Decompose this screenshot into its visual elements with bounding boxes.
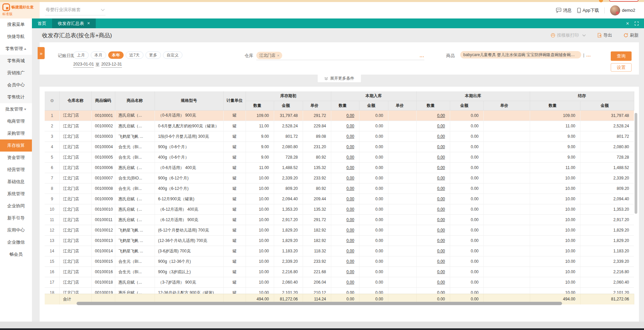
tab-首页[interactable]: 首页 — [32, 18, 52, 28]
table-row[interactable]: 12江北门店00100012飞鹤星飞帆 ...(6-12个月婴幼儿适用) 700… — [45, 225, 634, 236]
table-row[interactable]: 15江北门店00100015合生元（BI...900g（12-36个月)罐10.… — [45, 256, 634, 267]
sidebar-item-零售管理[interactable]: 零售管理▲ — [0, 43, 32, 55]
sidebar-item-会员中心[interactable]: 会员中心 — [0, 79, 32, 91]
query-button[interactable]: 查询 — [611, 51, 632, 61]
sidebar-item-企业协同[interactable]: 企业协同 — [0, 200, 32, 212]
quantity-drill-link[interactable]: 0.00 — [437, 186, 445, 191]
cell-o_qty[interactable]: 0.00 — [416, 288, 450, 294]
print-by-template-button[interactable]: 按模板打印 — [551, 32, 579, 38]
fullscreen-icon[interactable] — [635, 22, 639, 26]
table-row[interactable]: 6江北门店00100006惠氏启赋（...（0-6月适用） 400克罐11.00… — [45, 163, 634, 173]
gear-icon[interactable]: ⚙ — [50, 98, 54, 103]
cell-i_qty[interactable]: 0.00 — [331, 121, 359, 131]
quantity-drill-link[interactable]: 0.00 — [346, 155, 354, 160]
cell-o_qty[interactable]: 0.00 — [416, 121, 450, 131]
quantity-drill-link[interactable]: 0.00 — [437, 270, 445, 274]
cell-i_qty[interactable]: 0.00 — [331, 288, 359, 294]
tab-close-icon[interactable]: ✕ — [87, 21, 90, 26]
cell-i_qty[interactable]: 0.00 — [331, 277, 359, 288]
cell-i_qty[interactable]: 0.00 — [331, 152, 359, 163]
sidebar-item-批发管理[interactable]: 批发管理▼ — [0, 103, 32, 115]
cell-o_qty[interactable]: 0.00 — [416, 163, 450, 173]
quantity-drill-link[interactable]: 0.00 — [437, 155, 445, 160]
quantity-drill-link[interactable]: 0.00 — [437, 207, 445, 212]
cell-o_qty[interactable]: 0.00 — [416, 194, 450, 204]
sidebar-item-零售统计[interactable]: 零售统计 — [0, 91, 32, 103]
cell-o_qty[interactable]: 0.00 — [416, 142, 450, 152]
date-preset-自定义[interactable]: 自定义 — [163, 51, 182, 59]
cell-o_qty[interactable]: 0.00 — [416, 204, 450, 215]
quantity-drill-link[interactable]: 0.00 — [346, 124, 354, 128]
cell-o_qty[interactable]: 0.00 — [416, 131, 450, 142]
quantity-drill-link[interactable]: 0.00 — [437, 249, 445, 253]
export-button[interactable]: 导出 — [597, 32, 612, 38]
cell-i_qty[interactable]: 0.00 — [331, 194, 359, 204]
quantity-drill-link[interactable]: 0.00 — [346, 259, 354, 264]
collapse-filter-ribbon[interactable]: » — [38, 47, 45, 59]
sidebar-item-应用中心[interactable]: 应用中心 — [0, 224, 32, 236]
table-row[interactable]: 3江北门店00100003飞鹤星飞帆 ...1段(0-6个月婴儿适用) 300克… — [45, 131, 634, 142]
cell-o_qty[interactable]: 0.00 — [416, 225, 450, 236]
date-start-value[interactable]: 2023-01-01 — [73, 62, 94, 68]
cell-o_qty[interactable]: 0.00 — [416, 277, 450, 288]
sidebar-item-系统管理[interactable]: 系统管理 — [0, 188, 32, 200]
table-row[interactable]: 16江北门店00100016合生元（BI...900g（3岁或以上)罐10.00… — [45, 267, 634, 277]
quantity-drill-link[interactable]: 0.00 — [437, 197, 445, 201]
app-logo[interactable]: 畅捷通好生意 标准版 — [0, 2, 40, 18]
quantity-drill-link[interactable]: 0.00 — [437, 145, 445, 149]
quantity-drill-link[interactable]: 0.00 — [437, 124, 445, 128]
quantity-drill-link[interactable]: 0.00 — [346, 176, 354, 180]
cell-i_qty[interactable]: 0.00 — [331, 225, 359, 236]
quantity-drill-link[interactable]: 0.00 — [346, 113, 354, 118]
cell-i_qty[interactable]: 0.00 — [331, 183, 359, 194]
settings-button[interactable]: 设置 — [611, 63, 632, 72]
table-row[interactable]: 13江北门店00100013飞鹤星飞帆 ...(12-36个月幼儿适用) 700… — [45, 236, 634, 246]
cell-o_qty[interactable]: 0.00 — [416, 152, 450, 163]
sidebar-item-快捷导航[interactable]: 快捷导航 — [0, 31, 32, 43]
quantity-drill-link[interactable]: 0.00 — [437, 134, 445, 139]
quantity-drill-link[interactable]: 0.00 — [346, 217, 354, 222]
quantity-drill-link[interactable]: 0.00 — [437, 238, 445, 243]
quantity-drill-link[interactable]: 0.00 — [437, 113, 445, 118]
warehouse-tag-close-icon[interactable]: × — [277, 52, 279, 59]
sidebar-item-经营管理[interactable]: 经营管理 — [0, 164, 32, 176]
quantity-drill-link[interactable]: 0.00 — [346, 207, 354, 212]
sidebar-item-资金管理[interactable]: 资金管理 — [0, 152, 32, 164]
quantity-drill-link[interactable]: 0.00 — [437, 290, 445, 294]
sidebar-item-新手引导[interactable]: 新手引导 — [0, 212, 32, 224]
sidebar-item-采购管理[interactable]: 采购管理 — [0, 127, 32, 139]
cell-o_qty[interactable]: 0.00 — [416, 256, 450, 267]
cell-o_qty[interactable]: 0.00 — [416, 215, 450, 225]
date-preset-更多[interactable]: 更多 — [145, 51, 161, 59]
messages-button[interactable]: 消息 — [556, 7, 572, 13]
sidebar-item-畅会员[interactable]: 畅会员 — [0, 248, 32, 260]
cell-o_qty[interactable]: 0.00 — [416, 183, 450, 194]
sidebar-item-企业微信[interactable]: 企业微信 — [0, 236, 32, 248]
cell-i_qty[interactable]: 0.00 — [331, 131, 359, 142]
table-row[interactable]: 17江北门店00100018惠氏启赋（...（3-7岁适用） 900克罐10.0… — [45, 277, 634, 288]
column-settings-gear[interactable]: ⚙ — [45, 91, 59, 110]
quantity-drill-link[interactable]: 0.00 — [346, 197, 354, 201]
horizontal-scrollbar-thumb[interactable] — [77, 302, 562, 305]
sidebar-item-库存核算[interactable]: 库存核算 — [0, 139, 32, 152]
sidebar-item-零售商城[interactable]: 零售商城 — [0, 55, 32, 67]
cell-i_qty[interactable]: 0.00 — [331, 256, 359, 267]
account-book-selector[interactable]: 母婴行业演示账套 — [45, 5, 105, 15]
warehouse-input[interactable]: 江北门店 × ... — [256, 51, 424, 60]
sidebar-item-电商管理[interactable]: 电商管理 — [0, 115, 32, 127]
cell-i_qty[interactable]: 0.00 — [331, 142, 359, 152]
quantity-drill-link[interactable]: 0.00 — [346, 249, 354, 253]
cell-o_qty[interactable]: 0.00 — [416, 246, 450, 256]
sidebar-item-搜索菜单[interactable]: 搜索菜单 — [0, 18, 32, 31]
quantity-drill-link[interactable]: 0.00 — [346, 280, 354, 285]
cell-o_qty[interactable]: 0.00 — [416, 173, 450, 183]
table-row[interactable]: 9江北门店00100009惠氏启赋（...6-12月900克（罐装)罐10.00… — [45, 194, 634, 204]
product-more-button[interactable]: ... — [586, 52, 591, 57]
date-preset-上月[interactable]: 上月 — [73, 51, 89, 59]
cell-i_qty[interactable]: 0.00 — [331, 236, 359, 246]
quantity-drill-link[interactable]: 0.00 — [346, 186, 354, 191]
close-all-tabs-icon[interactable]: ✕ — [626, 21, 629, 26]
table-row[interactable]: 8江北门店00100008合生元（BI...400g（6-12个月)罐10.00… — [45, 183, 634, 194]
cell-o_qty[interactable]: 0.00 — [416, 111, 450, 121]
cell-i_qty[interactable]: 0.00 — [331, 173, 359, 183]
